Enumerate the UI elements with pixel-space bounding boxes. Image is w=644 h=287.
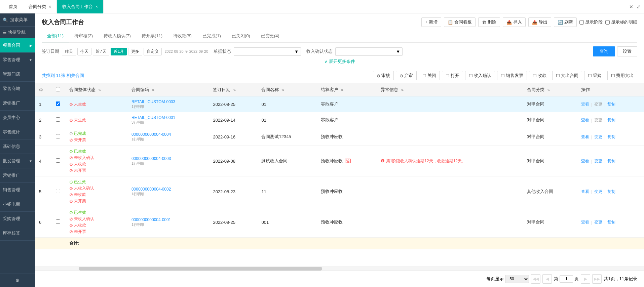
- view-btn-1[interactable]: 查看: [581, 101, 589, 107]
- tab-pending-invoice[interactable]: 待开票(11): [136, 30, 168, 42]
- add-button[interactable]: + 新增: [421, 17, 441, 27]
- payment-button[interactable]: ☐ 收款: [529, 71, 550, 80]
- date-btn-1month[interactable]: 近1月: [111, 48, 127, 55]
- tab-income-contract-close[interactable]: ×: [96, 4, 98, 9]
- view-btn-2[interactable]: 查看: [581, 117, 589, 123]
- contract-link-4[interactable]: 0000000000004-0003: [131, 156, 171, 161]
- doc-status-select[interactable]: ▼: [234, 47, 301, 56]
- edit-btn-5[interactable]: 变更: [594, 189, 602, 195]
- view-btn-6[interactable]: 查看: [581, 219, 589, 225]
- contract-link-1[interactable]: RETAIL_CUSTOM-0003: [131, 99, 175, 104]
- sidebar-item-project-contract[interactable]: 项目合同 ▶: [0, 38, 35, 53]
- copy-btn-1[interactable]: 复制: [607, 101, 615, 107]
- window-maximize-button[interactable]: ⤢: [637, 4, 641, 9]
- show-details-checkbox[interactable]: 显示标的明细: [605, 19, 637, 25]
- tab-closed[interactable]: 已关闭(0): [226, 30, 256, 42]
- sidebar-item-smart-store[interactable]: 智慧门店: [0, 67, 35, 82]
- sort-icon-2[interactable]: ⇅: [152, 88, 154, 92]
- view-btn-3[interactable]: 查看: [581, 134, 589, 140]
- sidebar-item-inventory[interactable]: 库存核算: [0, 226, 35, 241]
- sidebar-item-marketing-promo-2[interactable]: 营销推广: [0, 168, 35, 183]
- horizontal-scrollbar[interactable]: [35, 266, 644, 271]
- edit-btn-1[interactable]: 变更: [594, 101, 602, 107]
- purchase-button[interactable]: ☐ 采购: [584, 71, 605, 80]
- sort-icon[interactable]: ⇅: [98, 88, 101, 92]
- expense-out-button[interactable]: ☐ 费用支出: [607, 71, 637, 80]
- sidebar-settings[interactable]: ⚙: [0, 274, 35, 287]
- contract-link-2[interactable]: RETAIL_CUSTOM-0001: [131, 115, 175, 120]
- next-page-button[interactable]: ▶: [581, 274, 590, 284]
- sidebar-item-retail-mall[interactable]: 零售商城: [0, 82, 35, 96]
- confirm-status-select[interactable]: ▼: [335, 47, 403, 56]
- page-size-dropdown[interactable]: 10 20 50 100: [505, 275, 529, 283]
- edit-btn-4[interactable]: 变更: [594, 158, 602, 164]
- row-6-checkbox[interactable]: [56, 219, 60, 224]
- income-confirm-button[interactable]: ☐ 收入确认: [465, 71, 495, 80]
- tab-pending-payment[interactable]: 待收款(8): [168, 30, 197, 42]
- prev-page-button[interactable]: ◀: [542, 274, 552, 284]
- sidebar-item-retail-stats[interactable]: 零售统计: [0, 125, 35, 139]
- tab-all[interactable]: 全部(11): [42, 30, 69, 42]
- sidebar-item-purchase[interactable]: 采购管理: [0, 212, 35, 226]
- contract-link-3[interactable]: 0000000000004-0004: [131, 132, 171, 137]
- view-btn-4[interactable]: 查看: [581, 158, 589, 164]
- tab-pending-review[interactable]: 待审核(2): [69, 30, 98, 42]
- query-button[interactable]: 查询: [593, 46, 615, 56]
- sales-invoice-button[interactable]: ☐ 销售发票: [497, 71, 527, 80]
- row-5-checkbox[interactable]: [56, 189, 60, 193]
- sort-icon-6[interactable]: ⇅: [401, 88, 404, 92]
- row-2-checkbox[interactable]: [56, 117, 60, 122]
- sidebar-item-ecommerce[interactable]: 小畅电商: [0, 197, 35, 212]
- tab-income-contract[interactable]: 收入合同工作台 ×: [57, 0, 104, 13]
- delete-button[interactable]: 🗑 删除: [478, 17, 500, 27]
- close-contract-button[interactable]: ☐ 关闭: [419, 71, 440, 80]
- copy-btn-5[interactable]: 复制: [607, 189, 615, 195]
- sidebar-quick-nav[interactable]: ☰ 快捷导航: [0, 27, 35, 38]
- sidebar-search[interactable]: 🔍 搜索菜单: [0, 13, 35, 27]
- last-page-button[interactable]: ▶▶: [592, 274, 602, 284]
- sidebar-item-basic-info[interactable]: 基础信息: [0, 139, 35, 154]
- row-1-checkbox[interactable]: [56, 101, 60, 106]
- copy-btn-3[interactable]: 复制: [607, 134, 615, 140]
- sort-icon-7[interactable]: ⇅: [547, 88, 550, 92]
- sidebar-item-retail-management[interactable]: 零售管理 ▼: [0, 53, 35, 67]
- contract-link-5[interactable]: 0000000000004-0002: [131, 187, 171, 192]
- date-btn-more[interactable]: 更多: [128, 48, 142, 55]
- edit-btn-3[interactable]: 变更: [594, 134, 602, 140]
- show-stages-checkbox[interactable]: 显示阶段: [579, 19, 603, 25]
- select-all-checkbox[interactable]: [56, 87, 60, 91]
- expense-contract-button[interactable]: ☐ 支出合同: [552, 71, 582, 80]
- settings-icon[interactable]: ⚙: [39, 87, 43, 92]
- row-4-checkbox[interactable]: [56, 158, 60, 163]
- sidebar-item-member-center[interactable]: 会员中心: [0, 111, 35, 125]
- tab-pending-confirm[interactable]: 待收入确认(7): [98, 30, 136, 42]
- sidebar-item-sales-management[interactable]: 销售管理: [0, 183, 35, 197]
- contract-board-button[interactable]: 📋 合同看板: [444, 17, 476, 27]
- sort-icon-5[interactable]: ⇅: [341, 88, 343, 92]
- date-btn-today[interactable]: 今天: [77, 48, 91, 55]
- tab-home[interactable]: 首页: [3, 0, 23, 13]
- copy-btn-6[interactable]: 复制: [607, 219, 615, 225]
- tab-completed[interactable]: 已完成(1): [197, 30, 226, 42]
- copy-btn-2[interactable]: 复制: [607, 117, 615, 123]
- copy-btn-4[interactable]: 复制: [607, 158, 615, 164]
- expand-more-filters[interactable]: ∨ 展开更多条件: [324, 58, 355, 65]
- edit-btn-2[interactable]: 变更: [594, 117, 602, 123]
- edit-btn-6[interactable]: 变更: [594, 219, 602, 225]
- settings-button[interactable]: 设置: [617, 46, 637, 56]
- page-number-input[interactable]: [560, 275, 573, 283]
- review-button[interactable]: ⊙ 审核: [373, 71, 394, 80]
- refresh-button[interactable]: 🔄 刷新: [554, 17, 577, 27]
- window-close-button[interactable]: ✕: [629, 4, 633, 9]
- sort-icon-4[interactable]: ⇅: [281, 88, 284, 92]
- first-page-button[interactable]: ◀◀: [531, 274, 540, 284]
- view-btn-5[interactable]: 查看: [581, 189, 589, 195]
- row-3-checkbox[interactable]: [56, 134, 60, 138]
- date-btn-7days[interactable]: 近7天: [93, 48, 109, 55]
- contract-link-6[interactable]: 0000000000004-0001: [131, 217, 171, 222]
- tab-contract-category-close[interactable]: ×: [49, 4, 51, 9]
- sort-icon-3[interactable]: ⇅: [233, 88, 236, 92]
- sidebar-item-wholesale[interactable]: 批发管理 ▼: [0, 154, 35, 168]
- tab-contract-category[interactable]: 合同分类 ×: [23, 0, 57, 13]
- abandon-review-button[interactable]: ⊙ 弃审: [396, 71, 417, 80]
